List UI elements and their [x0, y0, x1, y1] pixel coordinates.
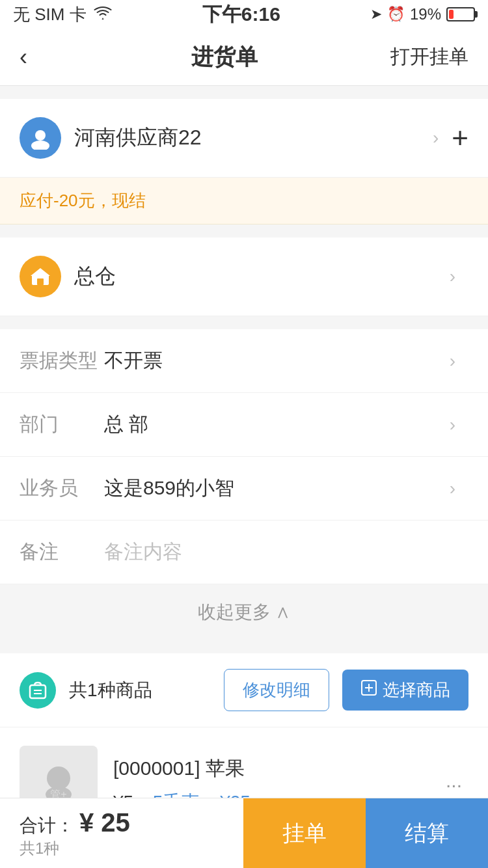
alarm-icon: ⏰: [387, 6, 405, 23]
back-button[interactable]: ‹: [20, 44, 59, 71]
form-section: 票据类型 不开票 › 部门 总 部 › 业务员 这是859的小智 › 备注 备注…: [0, 329, 488, 584]
svg-rect-4: [37, 278, 44, 285]
warehouse-icon-wrap: [20, 256, 61, 297]
select-product-button[interactable]: 选择商品: [342, 670, 468, 711]
warehouse-row[interactable]: 总仓 ›: [0, 237, 488, 316]
status-time: 下午6:16: [202, 1, 280, 28]
department-value: 总 部: [98, 411, 450, 438]
nav-bar: ‹ 进货单 打开挂单: [0, 29, 488, 86]
salesman-arrow-icon: ›: [450, 478, 455, 499]
salesman-value: 这是859的小智: [98, 475, 450, 502]
warehouse-arrow-icon: ›: [450, 266, 455, 287]
product-more-button[interactable]: ···: [439, 767, 468, 802]
dept-arrow-icon: ›: [450, 414, 455, 435]
svg-point-11: [47, 766, 70, 790]
supplier-avatar: [20, 117, 61, 159]
warehouse-section: 总仓 ›: [0, 237, 488, 316]
svg-rect-5: [30, 685, 46, 698]
edit-detail-button[interactable]: 修改明细: [224, 669, 329, 711]
total-main: 合计： ¥ 25: [20, 808, 224, 838]
total-section: 合计： ¥ 25 共1种: [0, 808, 243, 859]
product-icon-wrap: [20, 672, 56, 709]
wifi-icon: [93, 5, 113, 25]
status-bar: 无 SIM 卡 下午6:16 ➤ ⏰ 19%: [0, 0, 488, 29]
status-right: ➤ ⏰ 19%: [370, 5, 475, 23]
ticket-arrow-icon: ›: [450, 351, 455, 372]
battery-percent: 19%: [410, 5, 441, 23]
warehouse-name: 总仓: [74, 262, 450, 291]
page-title: 进货单: [191, 42, 258, 72]
status-left: 无 SIM 卡: [13, 3, 113, 26]
notice-text: 应付-20元，现结: [20, 191, 146, 210]
select-product-label: 选择商品: [383, 679, 450, 701]
section-gap-1: [0, 86, 488, 99]
total-sub: 共1种: [20, 838, 224, 859]
collapse-label: 收起更多 ∧: [198, 602, 291, 622]
salesman-label: 业务员: [20, 475, 98, 502]
collapse-row[interactable]: 收起更多 ∧: [0, 584, 488, 640]
svg-marker-3: [31, 268, 50, 276]
product-code: [0000001]: [113, 757, 200, 779]
svg-point-1: [31, 141, 49, 150]
supplier-section: 河南供应商22 › + 应付-20元，现结: [0, 99, 488, 224]
total-amount: ¥ 25: [79, 808, 130, 837]
select-product-icon: [360, 679, 377, 701]
remark-row[interactable]: 备注 备注内容: [0, 521, 488, 584]
product-title: 苹果: [206, 757, 245, 779]
bottom-bar: 合计： ¥ 25 共1种 挂单 结算: [0, 798, 488, 868]
supplier-name: 河南供应商22: [74, 124, 433, 152]
checkout-button[interactable]: 结算: [366, 798, 488, 869]
product-name: [0000001] 苹果: [113, 755, 424, 782]
suspend-button[interactable]: 挂单: [243, 798, 366, 869]
battery-icon: [446, 7, 475, 21]
remark-input[interactable]: 备注内容: [98, 539, 468, 565]
supplier-arrow-icon: ›: [433, 128, 439, 148]
department-label: 部门: [20, 411, 98, 438]
product-count: 共1种商品: [69, 678, 211, 703]
remark-label: 备注: [20, 539, 98, 565]
location-icon: ➤: [370, 6, 382, 23]
notice-bar: 应付-20元，现结: [0, 178, 488, 224]
total-label: 合计：: [20, 813, 74, 838]
ticket-type-row[interactable]: 票据类型 不开票 ›: [0, 329, 488, 393]
svg-point-0: [35, 130, 46, 141]
add-supplier-button[interactable]: +: [452, 124, 468, 152]
supplier-row[interactable]: 河南供应商22 › +: [0, 99, 488, 178]
product-header: 共1种商品 修改明细 选择商品: [0, 653, 488, 727]
section-gap-3: [0, 316, 488, 329]
ticket-type-label: 票据类型: [20, 347, 98, 374]
section-gap-4: [0, 640, 488, 653]
salesman-row[interactable]: 业务员 这是859的小智 ›: [0, 457, 488, 521]
section-gap-2: [0, 224, 488, 237]
open-suspend-button[interactable]: 打开挂单: [390, 44, 468, 70]
carrier-text: 无 SIM 卡: [13, 3, 87, 26]
department-row[interactable]: 部门 总 部 ›: [0, 393, 488, 457]
ticket-type-value: 不开票: [98, 347, 450, 374]
